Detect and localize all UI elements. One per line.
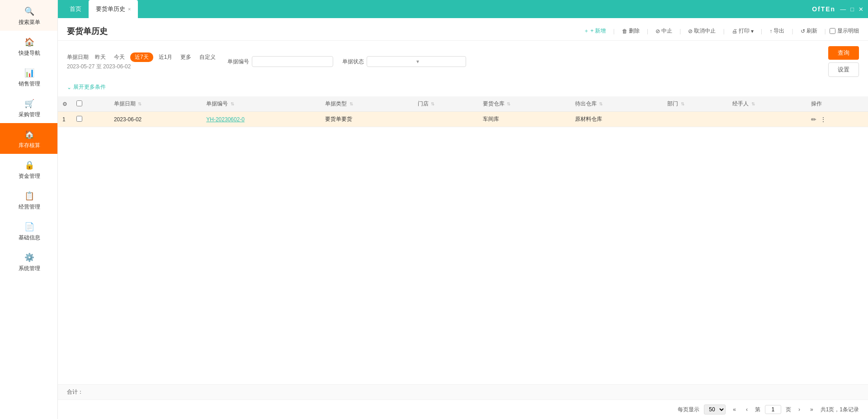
doc-number-link[interactable]: YH-20230602-0 xyxy=(206,116,245,123)
total-label: 合计： xyxy=(67,389,83,395)
date-btn-custom[interactable]: 自定义 xyxy=(197,52,218,62)
refresh-button[interactable]: ↺ 刷新 xyxy=(797,25,821,37)
page-header: 要货单历史 ＋ + 新增 | 🗑 删除 | ⊘ 中止 | ⊘ xyxy=(58,18,868,41)
table-footer: 合计： xyxy=(58,384,868,400)
toolbar-divider-4: | xyxy=(723,28,724,34)
row-number[interactable]: YH-20230602-0 xyxy=(202,112,321,127)
sidebar-item-label: 资金管理 xyxy=(19,172,40,180)
new-button[interactable]: ＋ + 新增 xyxy=(580,25,609,37)
row-pending-warehouse: 原材料仓库 xyxy=(571,112,663,127)
operations-icon: 📋 xyxy=(24,191,34,201)
stop-button[interactable]: ⊘ 中止 xyxy=(652,25,676,37)
show-detail-input[interactable] xyxy=(830,28,835,34)
plus-icon: ＋ xyxy=(584,27,589,35)
page-suffix: 页 xyxy=(786,406,791,414)
refresh-icon: ↺ xyxy=(801,28,805,34)
sort-arrows-handler: ⇅ xyxy=(751,101,755,106)
toolbar-divider-6: | xyxy=(792,28,793,34)
system-icon: ⚙️ xyxy=(24,252,34,262)
col-department[interactable]: 部门 ⇅ xyxy=(663,96,728,112)
col-warehouse[interactable]: 要货仓库 ⇅ xyxy=(478,96,571,112)
toolbar-divider-3: | xyxy=(679,28,681,34)
topbar-right: OfTEn — □ ✕ xyxy=(812,5,863,13)
export-button[interactable]: ↑ 导出 xyxy=(766,25,788,37)
col-type[interactable]: 单据类型 ⇅ xyxy=(321,96,413,112)
select-all-checkbox[interactable] xyxy=(76,100,82,106)
last-page-btn[interactable]: » xyxy=(807,405,816,414)
date-btn-yesterday[interactable]: 昨天 xyxy=(92,52,108,62)
row-department xyxy=(663,112,728,127)
sidebar-item-operations[interactable]: 📋 经营管理 xyxy=(0,185,57,215)
sort-arrows-type: ⇅ xyxy=(349,101,353,106)
table-area: ⚙ 单据日期 ⇅ 单据编号 ⇅ 单据类型 ⇅ xyxy=(58,96,868,384)
date-btn-7days[interactable]: 近7天 xyxy=(130,52,153,62)
col-number[interactable]: 单据编号 ⇅ xyxy=(202,96,321,112)
expand-more-button[interactable]: ⌄ 展开更多条件 xyxy=(67,81,859,93)
sort-arrows-number: ⇅ xyxy=(231,101,234,106)
row-edit-icon[interactable]: ✏ xyxy=(811,116,816,123)
cancel-stop-button[interactable]: ⊘ 取消中止 xyxy=(684,25,719,37)
row-store xyxy=(413,112,478,127)
date-btn-more[interactable]: 更多 xyxy=(178,52,194,62)
status-select[interactable]: ▾ xyxy=(367,56,466,67)
date-btn-1month[interactable]: 近1月 xyxy=(156,52,175,62)
row-date: 2023-06-02 xyxy=(109,112,202,127)
sidebar-item-search[interactable]: 🔍 搜索菜单 xyxy=(0,0,57,31)
tab-purchase-history[interactable]: 要货单历史 × xyxy=(89,0,138,18)
sidebar-item-label: 搜索菜单 xyxy=(19,19,40,26)
sidebar-item-inventory[interactable]: 🏠 库存核算 xyxy=(0,123,57,154)
sidebar-item-purchase[interactable]: 🛒 采购管理 xyxy=(0,92,57,123)
setting-button[interactable]: 设置 xyxy=(828,62,859,77)
print-button[interactable]: 🖨 打印 ▾ xyxy=(728,25,757,37)
page-number-input[interactable] xyxy=(765,405,781,414)
status-filter: 单据状态 ▾ xyxy=(342,56,466,67)
checkbox-col-header[interactable] xyxy=(72,96,109,112)
per-page-select[interactable]: 50 xyxy=(704,405,726,414)
col-date[interactable]: 单据日期 ⇅ xyxy=(109,96,202,112)
sidebar: 🔍 搜索菜单 🏠 快捷导航 📊 销售管理 🛒 采购管理 🏠 库存核算 🔒 资金管… xyxy=(0,0,58,419)
total-pages-info: 共1页，1条记录 xyxy=(821,406,859,414)
table-header-row: ⚙ 单据日期 ⇅ 单据编号 ⇅ 单据类型 ⇅ xyxy=(58,96,868,112)
col-actions: 操作 xyxy=(807,96,868,112)
row-checkbox[interactable] xyxy=(72,112,109,127)
per-page-label: 每页显示 xyxy=(678,406,699,414)
window-close-icon[interactable]: ✕ xyxy=(859,6,863,13)
sidebar-item-system[interactable]: ⚙️ 系统管理 xyxy=(0,246,57,277)
window-maximize-icon[interactable]: □ xyxy=(850,6,854,13)
col-handler[interactable]: 经手人 ⇅ xyxy=(728,96,807,112)
row-action-group: ✏ ⋮ xyxy=(811,116,863,123)
inventory-icon: 🏠 xyxy=(24,129,34,139)
tab-close-icon[interactable]: × xyxy=(128,6,131,12)
sidebar-item-basic[interactable]: 📄 基础信息 xyxy=(0,215,57,246)
chevron-down-icon: ▾ xyxy=(416,58,461,65)
show-detail-checkbox[interactable]: 显示明细 xyxy=(830,27,859,35)
doc-number-input[interactable] xyxy=(252,56,333,67)
query-button[interactable]: 查询 xyxy=(828,46,859,60)
settings-col-header[interactable]: ⚙ xyxy=(58,96,72,112)
prev-page-btn[interactable]: ‹ xyxy=(743,405,750,414)
delete-button[interactable]: 🗑 删除 xyxy=(618,25,643,37)
pagination-bar: 每页显示 50 « ‹ 第 页 › » 共1页，1条记录 xyxy=(58,400,868,419)
date-btn-today[interactable]: 今天 xyxy=(111,52,127,62)
sidebar-item-shortcuts[interactable]: 🏠 快捷导航 xyxy=(0,31,57,62)
sidebar-item-finance[interactable]: 🔒 资金管理 xyxy=(0,154,57,185)
sidebar-item-label: 经营管理 xyxy=(19,203,40,211)
delete-icon: 🗑 xyxy=(622,28,627,34)
lock-icon: 🔒 xyxy=(24,160,34,170)
sidebar-item-label: 销售管理 xyxy=(19,80,40,88)
col-pending-warehouse[interactable]: 待出仓库 ⇅ xyxy=(571,96,663,112)
sidebar-item-sales[interactable]: 📊 销售管理 xyxy=(0,62,57,92)
row-more-icon[interactable]: ⋮ xyxy=(820,116,826,123)
tab-home[interactable]: 首页 xyxy=(62,0,89,18)
page-title: 要货单历史 xyxy=(67,26,108,37)
print-dropdown-icon: ▾ xyxy=(751,28,754,34)
col-store[interactable]: 门店 ⇅ xyxy=(413,96,478,112)
first-page-btn[interactable]: « xyxy=(730,405,739,414)
next-page-btn[interactable]: › xyxy=(796,405,803,414)
expand-label: 展开更多条件 xyxy=(73,83,106,91)
filter-row-1: 单据日期 昨天 今天 近7天 近1月 更多 自定义 2023-05-27 至 2… xyxy=(67,46,859,77)
window-minimize-icon[interactable]: — xyxy=(840,6,846,13)
home-tab-label: 首页 xyxy=(70,5,81,13)
doc-number-filter: 单据编号 xyxy=(227,56,333,67)
sidebar-item-label: 基础信息 xyxy=(19,234,40,242)
